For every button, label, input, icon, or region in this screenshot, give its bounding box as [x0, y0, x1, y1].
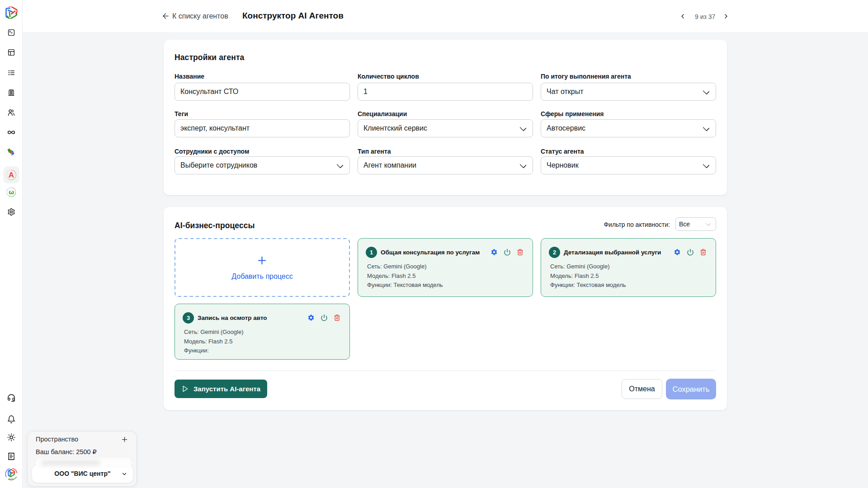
svg-text:ω: ω [9, 188, 14, 196]
svg-text:A: A [9, 171, 14, 179]
svg-text:VI-GPT: VI-GPT [9, 478, 14, 480]
